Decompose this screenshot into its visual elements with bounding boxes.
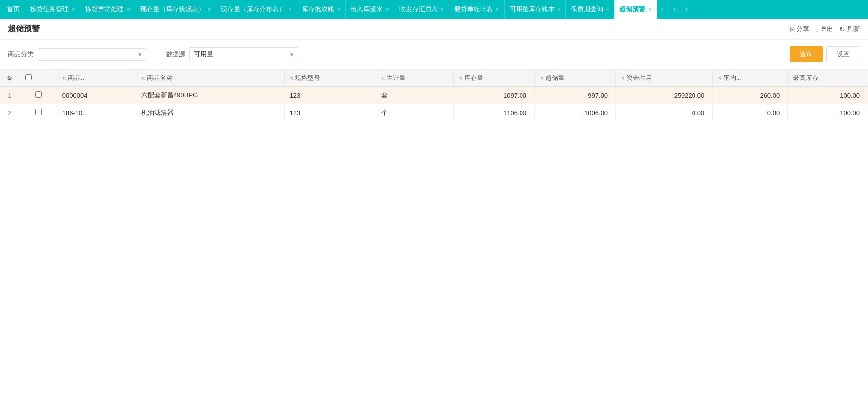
select-all-col[interactable] (20, 70, 57, 87)
cell-stock: 1097.00 (454, 87, 535, 104)
col-unit[interactable]: 主计量 (376, 70, 454, 87)
table-row: 1 0000004 六配套新昌490BPG 123 套 1097.00 997.… (0, 87, 868, 104)
filter-buttons: 查询 设置 (790, 46, 860, 62)
refresh-button[interactable]: ↻ 刷新 (839, 25, 860, 34)
table-row: 2 186-10... 机油滤清器 123 个 1106.00 1006.00 … (0, 104, 868, 121)
close-pick-exception[interactable]: × (127, 6, 130, 12)
row-checkbox[interactable] (35, 91, 42, 98)
datasource-value: 可用量 (194, 50, 213, 59)
category-label: 商品分类 (8, 50, 34, 59)
cell-unit: 个 (376, 104, 454, 121)
table-container: ⚙ 商品... 商品名称 规格型号 主计量 库存量 (0, 70, 868, 121)
cell-capital: 0.00 (616, 104, 713, 121)
table-header-row: ⚙ 商品... 商品名称 规格型号 主计量 库存量 (0, 70, 868, 87)
row-checkbox-cell[interactable] (20, 104, 57, 121)
cell-max-stock: 100.00 (788, 104, 868, 121)
nav-available[interactable]: 可用量库存账本 × (505, 0, 566, 19)
select-all-checkbox[interactable] (25, 74, 32, 80)
cell-stock: 1106.00 (454, 104, 535, 121)
nav-expiry[interactable]: 保质期查询 × (566, 0, 614, 19)
cell-spec: 123 (284, 87, 376, 104)
close-stock-dist[interactable]: × (288, 6, 291, 12)
filter-area: 商品分类 ▾ 数据源 可用量 ▾ 查询 设置 (0, 40, 868, 70)
datasource-dropdown-arrow: ▾ (290, 51, 294, 58)
cell-product-name: 六配套新昌490BPG (136, 87, 285, 104)
close-overstock[interactable]: × (648, 6, 651, 12)
col-avg[interactable]: 平均... (713, 70, 788, 87)
datasource-select[interactable]: 可用量 ▾ (189, 47, 298, 61)
close-summary[interactable]: × (441, 6, 444, 12)
nav-bar: 首页 拣货任务管理 × 拣货异常处理 × 现存量（库存状况表） × 现存量（库存… (0, 0, 868, 19)
nav-summary[interactable]: 收发存汇总表 × (394, 0, 449, 19)
filter-datasource: 数据源 可用量 ▾ (166, 47, 298, 61)
cell-avg: 260.00 (713, 87, 788, 104)
query-button[interactable]: 查询 (790, 46, 823, 62)
category-select[interactable]: ▾ (38, 48, 146, 61)
row-index: 2 (0, 104, 20, 121)
nav-next-arrow[interactable]: › (669, 0, 681, 19)
nav-prev-arrow[interactable]: ‹ (657, 0, 669, 19)
col-capital[interactable]: 资金占用 (616, 70, 713, 87)
nav-flow[interactable]: 出入库流水 × (346, 0, 394, 19)
row-checkbox[interactable] (35, 109, 42, 115)
nav-demand[interactable]: 要货单统计表 × (449, 0, 504, 19)
nav-batch-account[interactable]: 库存批次账 × (297, 0, 346, 19)
nav-stock-status[interactable]: 现存量（库存状况表） × (135, 0, 216, 19)
export-button[interactable]: ↓ 导出 (815, 25, 833, 34)
nav-home[interactable]: 首页 (2, 0, 25, 19)
col-spec[interactable]: 规格型号 (284, 70, 376, 87)
cell-overstock: 1006.00 (535, 104, 616, 121)
nav-pick-task[interactable]: 拣货任务管理 × (25, 0, 80, 19)
cell-overstock: 997.00 (535, 87, 616, 104)
page-header: 超储预警 ⎘ 分享 ↓ 导出 ↻ 刷新 (0, 19, 868, 40)
gear-settings-col[interactable]: ⚙ (0, 70, 20, 87)
header-actions: ⎘ 分享 ↓ 导出 ↻ 刷新 (790, 25, 860, 34)
nav-overstock[interactable]: 超储预警 × (614, 0, 656, 19)
cell-product-code: 186-10... (57, 104, 136, 121)
col-product-name[interactable]: 商品名称 (136, 70, 285, 87)
page-title: 超储预警 (8, 24, 40, 34)
cell-capital: 259220.00 (616, 87, 713, 104)
col-stock[interactable]: 库存量 (454, 70, 535, 87)
nav-stock-dist[interactable]: 现存量（库存分布表） × (216, 0, 297, 19)
refresh-icon: ↻ (839, 25, 845, 33)
overstock-table: ⚙ 商品... 商品名称 规格型号 主计量 库存量 (0, 70, 868, 121)
close-stock-status[interactable]: × (208, 6, 211, 12)
col-overstock[interactable]: 超储量 (535, 70, 616, 87)
col-product-code[interactable]: 商品... (57, 70, 136, 87)
filter-category: 商品分类 ▾ (8, 48, 146, 61)
cell-avg: 0.00 (713, 104, 788, 121)
cell-unit: 套 (376, 87, 454, 104)
row-index: 1 (0, 87, 20, 104)
close-pick-task[interactable]: × (72, 6, 75, 12)
settings-button[interactable]: 设置 (826, 46, 860, 62)
close-flow[interactable]: × (386, 6, 389, 12)
category-dropdown-arrow: ▾ (138, 51, 142, 58)
close-available[interactable]: × (558, 6, 561, 12)
nav-pick-exception[interactable]: 拣货异常处理 × (80, 0, 135, 19)
cell-spec: 123 (284, 104, 376, 121)
nav-more-arrow[interactable]: › (681, 0, 693, 19)
datasource-label: 数据源 (166, 50, 185, 59)
col-max-stock: 最高库存 (788, 70, 868, 87)
close-batch-account[interactable]: × (337, 6, 340, 12)
cell-product-name: 机油滤清器 (136, 104, 285, 121)
export-icon: ↓ (815, 25, 819, 33)
share-button[interactable]: ⎘ 分享 (790, 25, 809, 34)
row-checkbox-cell[interactable] (20, 87, 57, 104)
close-expiry[interactable]: × (606, 6, 609, 12)
close-demand[interactable]: × (496, 6, 499, 12)
cell-product-code: 0000004 (57, 87, 136, 104)
share-icon: ⎘ (790, 25, 794, 33)
cell-max-stock: 100.00 (788, 87, 868, 104)
